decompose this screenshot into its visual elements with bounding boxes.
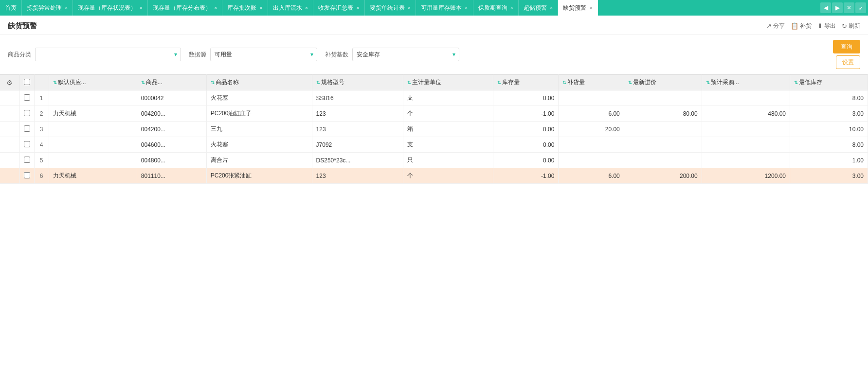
tab-close-7[interactable]: × (408, 5, 411, 11)
row-checkbox-cell[interactable] (19, 122, 34, 137)
th-est-purchase[interactable]: ⇅预计采购... (702, 75, 790, 90)
tab-item-5[interactable]: 出入库流水 × (268, 0, 313, 16)
row-checkbox-1[interactable] (24, 110, 30, 116)
query-button[interactable]: 查询 (833, 40, 860, 53)
replenish-base-select[interactable]: 安全库存 最低库存 最高库存 (352, 48, 459, 61)
row-goods-code-cell: 0000042 (137, 90, 206, 106)
tab-next-button[interactable]: ▶ (832, 2, 843, 13)
th-gear[interactable]: ⚙ (0, 75, 19, 90)
table-row[interactable]: 2 力天机械 004200... PC200油缸庄子 123 个 -1.00 6… (0, 106, 868, 122)
tab-close-5[interactable]: × (305, 5, 308, 11)
tab-fullscreen-button[interactable]: ⤢ (855, 2, 866, 13)
tab-item-0[interactable]: 首页 (0, 0, 22, 16)
row-goods-code-cell: 801110... (137, 168, 206, 184)
row-goods-code-cell: 004200... (137, 122, 206, 137)
row-checkbox-3[interactable] (24, 141, 30, 147)
tab-close-1[interactable]: × (65, 5, 68, 11)
sort-icon-10: ⇅ (794, 80, 798, 85)
datasource-select-wrapper: 可用量 库存量 (210, 48, 317, 61)
row-checkbox-0[interactable] (24, 94, 30, 101)
row-checkbox-4[interactable] (24, 157, 30, 163)
share-button[interactable]: ↗ 分享 (766, 22, 785, 30)
gear-icon[interactable]: ⚙ (6, 79, 13, 87)
tab-item-8[interactable]: 可用量库存账本 × (416, 0, 473, 16)
row-goods-name-cell: PC200张紧油缸 (206, 168, 312, 184)
tab-close-2[interactable]: × (139, 5, 142, 11)
datasource-select[interactable]: 可用量 库存量 (210, 48, 317, 61)
tab-item-7[interactable]: 要货单统计表 × (365, 0, 416, 16)
row-stock-cell: 0.00 (493, 122, 559, 137)
row-spec-cell: 123 (312, 106, 403, 122)
th-latest-price[interactable]: ⇅最新进价 (624, 75, 702, 90)
table-row[interactable]: 6 力天机械 801110... PC200张紧油缸 123 个 -1.00 6… (0, 168, 868, 184)
th-spec[interactable]: ⇅规格型号 (312, 75, 403, 90)
tab-item-10[interactable]: 超储预警 × (519, 0, 558, 16)
tab-label-7: 要货单统计表 (370, 4, 405, 12)
row-stock-cell: 0.00 (493, 137, 559, 153)
th-supplier[interactable]: ⇅默认供应... (49, 75, 137, 90)
row-checkbox-5[interactable] (24, 172, 30, 178)
row-est-purchase-cell: 1200.00 (702, 168, 790, 184)
tab-item-1[interactable]: 拣货异常处理 × (22, 0, 73, 16)
th-unit[interactable]: ⇅主计量单位 (403, 75, 493, 90)
row-min-stock-cell: 8.00 (790, 137, 868, 153)
tab-close-3[interactable]: × (214, 5, 217, 11)
th-replenish[interactable]: ⇅补货量 (559, 75, 624, 90)
tab-close-11[interactable]: × (589, 5, 592, 11)
row-checkbox-cell[interactable] (19, 168, 34, 184)
row-spec-cell: SS816 (312, 90, 403, 106)
tab-item-3[interactable]: 现存量（库存分布表） × (148, 0, 222, 16)
page-title: 缺货预警 (8, 21, 37, 31)
row-est-purchase-cell: 480.00 (702, 106, 790, 122)
th-goods-name[interactable]: ⇅商品名称 (206, 75, 312, 90)
table-container: ⚙ ⇅默认供应... ⇅商品... ⇅商品名称 ⇅规格型号 ⇅主计量单位 ⇅库存… (0, 74, 868, 184)
row-checkbox-cell[interactable] (19, 137, 34, 153)
tab-label-3: 现存量（库存分布表） (153, 4, 211, 12)
sort-icon-9: ⇅ (706, 80, 710, 85)
tab-close-4[interactable]: × (259, 5, 262, 11)
tab-nav-buttons: ◀ ▶ ✕ ⤢ (818, 2, 868, 13)
tab-close-6[interactable]: × (356, 5, 359, 11)
settings-button[interactable]: 设置 (836, 55, 860, 69)
tab-label-8: 可用量库存账本 (421, 4, 462, 12)
sort-icon-4: ⇅ (316, 80, 320, 85)
row-num-cell: 2 (34, 106, 49, 122)
sort-icon-2: ⇅ (141, 80, 145, 85)
tab-prev-button[interactable]: ◀ (820, 2, 831, 13)
tab-item-9[interactable]: 保质期查询 × (473, 0, 519, 16)
export-button[interactable]: ⬇ 导出 (817, 22, 836, 30)
th-stock[interactable]: ⇅库存量 (493, 75, 559, 90)
tab-item-6[interactable]: 收发存汇总表 × (313, 0, 364, 16)
tab-close-8[interactable]: × (465, 5, 468, 11)
table-row[interactable]: 4 004600... 火花塞 J7092 支 0.00 8.00 (0, 137, 868, 153)
row-checkbox-cell[interactable] (19, 90, 34, 106)
row-goods-name-cell: 三九 (206, 122, 312, 137)
category-select[interactable] (35, 48, 181, 61)
row-stock-cell: 0.00 (493, 153, 559, 168)
category-select-wrapper (35, 48, 181, 61)
table-row[interactable]: 3 004200... 三九 123 箱 0.00 20.00 10.00 (0, 122, 868, 137)
tab-item-11[interactable]: 缺货预警 × (558, 0, 597, 16)
table-row[interactable]: 5 004800... 离合片 DS250*23c... 只 0.00 1.00 (0, 153, 868, 168)
replenish-base-filter-group: 补货基数 安全库存 最低库存 最高库存 (325, 48, 459, 61)
th-goods-code[interactable]: ⇅商品... (137, 75, 206, 90)
tab-label-9: 保质期查询 (478, 4, 507, 12)
tab-item-4[interactable]: 库存批次账 × (222, 0, 268, 16)
table-row[interactable]: 1 0000042 火花塞 SS816 支 0.00 8.00 (0, 90, 868, 106)
th-min-stock[interactable]: ⇅最低库存 (790, 75, 868, 90)
row-supplier-cell (49, 122, 137, 137)
row-checkbox-2[interactable] (24, 125, 30, 132)
tab-item-2[interactable]: 现存量（库存状况表） × (73, 0, 147, 16)
replenish-button[interactable]: 📋 补货 (791, 22, 812, 30)
th-row-num (34, 75, 49, 90)
row-checkbox-cell[interactable] (19, 153, 34, 168)
page-content: 缺货预警 ↗ 分享 📋 补货 ⬇ 导出 ↻ 刷新 商品分类 (0, 16, 868, 387)
row-checkbox-cell[interactable] (19, 106, 34, 122)
refresh-button[interactable]: ↻ 刷新 (842, 22, 860, 30)
tab-close-10[interactable]: × (550, 5, 553, 11)
select-all-checkbox[interactable] (24, 79, 30, 85)
row-min-stock-cell: 3.00 (790, 106, 868, 122)
tab-close-9[interactable]: × (510, 5, 513, 11)
tab-close-all-button[interactable]: ✕ (844, 2, 854, 13)
row-stock-cell: -1.00 (493, 168, 559, 184)
